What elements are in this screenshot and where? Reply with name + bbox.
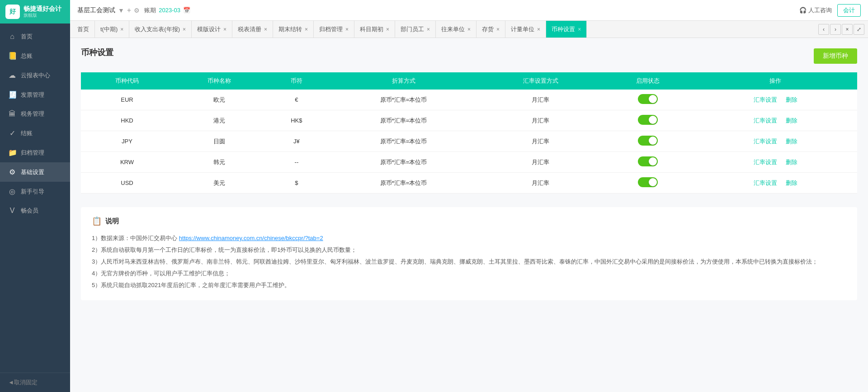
tab-tax-close[interactable]: × <box>264 26 267 33</box>
col-actions: 操作 <box>694 72 857 90</box>
tab-expand-btn[interactable]: ⤢ <box>854 24 864 35</box>
sidebar-item-home[interactable]: ⌂ 首页 <box>0 27 70 46</box>
account-btn[interactable]: 会计 <box>837 4 861 17</box>
tab-inventory[interactable]: 存货 × <box>476 21 505 38</box>
toggle-thumb-0 <box>649 95 657 103</box>
cell-actions-1: 汇率设置 删除 <box>694 110 857 131</box>
toggle-track-2[interactable] <box>638 136 658 146</box>
tabbar-actions: ‹ › × ⤢ <box>816 24 866 35</box>
tab-income-close[interactable]: × <box>183 26 186 33</box>
tab-unit[interactable]: 计量单位 × <box>505 21 546 38</box>
cell-toggle-3[interactable] <box>602 152 694 173</box>
tab-subject-close[interactable]: × <box>386 26 389 33</box>
tab-customer[interactable]: 往来单位 × <box>436 21 476 38</box>
help-btn[interactable]: 🎧 人工咨询 <box>799 6 832 14</box>
tab-archive[interactable]: 归档管理 × <box>314 21 354 38</box>
toggle-1[interactable] <box>638 115 658 125</box>
sidebar-item-general-ledger[interactable]: 📒 总账 <box>0 46 70 66</box>
note-item: 3）人民币对马来西亚林吉特、俄罗斯卢布、南非兰特、韩元、阿联酋迪拉姆、沙特里亚尔… <box>92 256 846 268</box>
tab-unit-label: 计量单位 <box>511 25 534 33</box>
note-item: 1）数据来源：中国外汇交易中心 https://www.chinamoney.c… <box>92 232 846 244</box>
tax-icon: 🏛 <box>8 110 16 118</box>
note-item: 2）系统自动获取每月第一个工作日的汇率标价，统一为直接标价法，即1外币可以兑换的… <box>92 244 846 256</box>
cell-toggle-0[interactable] <box>602 90 694 110</box>
tab-unit-close[interactable]: × <box>537 26 540 33</box>
toggle-3[interactable] <box>638 156 658 166</box>
sidebar-item-member[interactable]: V 畅会员 <box>0 201 70 220</box>
toggle-track-0[interactable] <box>638 94 658 104</box>
tab-currency[interactable]: 币种设置 × <box>546 21 587 38</box>
toggle-4[interactable] <box>638 177 658 187</box>
tab-customer-close[interactable]: × <box>467 26 471 33</box>
toggle-track-4[interactable] <box>638 177 658 187</box>
note-item: 4）无官方牌价的币种，可以用户手工维护汇率信息； <box>92 268 846 279</box>
cell-name-3: 韩元 <box>173 152 265 173</box>
cell-rate-type-4: 月汇率 <box>479 173 601 194</box>
delete-link-4[interactable]: 删除 <box>786 179 797 186</box>
cell-name-4: 美元 <box>173 173 265 194</box>
note-item: 5）系统只能自动抓取2021年度后的汇率，之前年度汇率需要用户手工维护。 <box>92 279 846 291</box>
cell-toggle-2[interactable] <box>602 131 694 152</box>
delete-link-1[interactable]: 删除 <box>786 117 797 124</box>
tab-income[interactable]: 收入支出表(年报) × <box>129 21 192 38</box>
tab-period-end-close[interactable]: × <box>305 26 308 33</box>
delete-link-0[interactable]: 删除 <box>786 96 797 103</box>
note-section: 📋 说明 1）数据来源：中国外汇交易中心 https://www.chinamo… <box>81 207 857 300</box>
main-area: 基层工会测试 ▼ + ⚙ 账期 2023-03 📅 🎧 人工咨询 会计 首页 t… <box>70 0 868 392</box>
tab-home[interactable]: 首页 <box>72 21 95 38</box>
tab-currency-close[interactable]: × <box>578 26 581 33</box>
tab-period-end[interactable]: 期末结转 × <box>273 21 314 38</box>
toggle-0[interactable] <box>638 94 658 104</box>
dropdown-icon[interactable]: ▼ <box>118 7 124 14</box>
sidebar-item-tax[interactable]: 🏛 税务管理 <box>0 104 70 123</box>
calendar-icon[interactable]: 📅 <box>183 7 190 14</box>
tab-template[interactable]: 模版设计 × <box>192 21 232 38</box>
tab-dept-close[interactable]: × <box>427 26 430 33</box>
tab-subject[interactable]: 科目期初 × <box>354 21 395 38</box>
rate-setting-link-0[interactable]: 汇率设置 <box>754 96 777 103</box>
tab-inventory-close[interactable]: × <box>496 26 500 33</box>
add-icon[interactable]: + <box>127 6 131 14</box>
cell-calc-3: 原币*汇率=本位币 <box>328 152 480 173</box>
settings-icon[interactable]: ⚙ <box>134 7 140 14</box>
tab-period[interactable]: t(中期) × <box>95 21 129 38</box>
tab-archive-close[interactable]: × <box>345 26 349 33</box>
sidebar-item-report-center[interactable]: ☁ 云报表中心 <box>0 66 70 85</box>
tab-archive-label: 归档管理 <box>319 25 343 33</box>
general-ledger-icon: 📒 <box>8 52 16 60</box>
company-name: 基层工会测试 <box>77 6 115 14</box>
home-label: 首页 <box>21 33 33 41</box>
sidebar-item-archive[interactable]: 📁 归档管理 <box>0 143 70 162</box>
sidebar-item-invoice[interactable]: 🧾 发票管理 <box>0 85 70 104</box>
cell-calc-2: 原币*汇率=本位币 <box>328 131 480 152</box>
delete-link-3[interactable]: 删除 <box>786 159 797 165</box>
cell-toggle-1[interactable] <box>602 110 694 131</box>
sidebar-item-guide[interactable]: ◎ 新手引导 <box>0 182 70 201</box>
cell-toggle-4[interactable] <box>602 173 694 194</box>
rate-setting-link-2[interactable]: 汇率设置 <box>754 138 777 145</box>
tab-template-close[interactable]: × <box>223 26 226 33</box>
note-link[interactable]: https://www.chinamoney.com.cn/chinese/bk… <box>179 235 323 241</box>
toggle-2[interactable] <box>638 136 658 146</box>
delete-link-2[interactable]: 删除 <box>786 138 797 145</box>
sidebar-footer[interactable]: ◄取消固定 <box>0 373 70 392</box>
tab-prev-btn[interactable]: ‹ <box>818 24 829 35</box>
cell-calc-4: 原币*汇率=本位币 <box>328 173 480 194</box>
toggle-track-1[interactable] <box>638 115 658 125</box>
archive-icon: 📁 <box>8 148 16 157</box>
toggle-track-3[interactable] <box>638 156 658 166</box>
tab-income-label: 收入支出表(年报) <box>135 25 180 33</box>
tab-dept[interactable]: 部门员工 × <box>395 21 436 38</box>
cell-symbol-3: -- <box>265 152 328 173</box>
rate-setting-link-1[interactable]: 汇率设置 <box>754 117 777 124</box>
sidebar-item-settings[interactable]: ⚙ 基础设置 <box>0 162 70 182</box>
rate-setting-link-3[interactable]: 汇率设置 <box>754 159 777 165</box>
tab-period-close[interactable]: × <box>120 26 123 33</box>
rate-setting-link-4[interactable]: 汇率设置 <box>754 179 777 186</box>
sidebar-item-checkout[interactable]: ✓ 结账 <box>0 123 70 143</box>
tab-close-all-btn[interactable]: × <box>842 24 853 35</box>
tab-tax[interactable]: 税表清册 × <box>232 21 273 38</box>
tab-next-btn[interactable]: › <box>830 24 841 35</box>
new-currency-btn[interactable]: 新增币种 <box>814 48 857 64</box>
note-title: 📋 说明 <box>92 216 846 226</box>
